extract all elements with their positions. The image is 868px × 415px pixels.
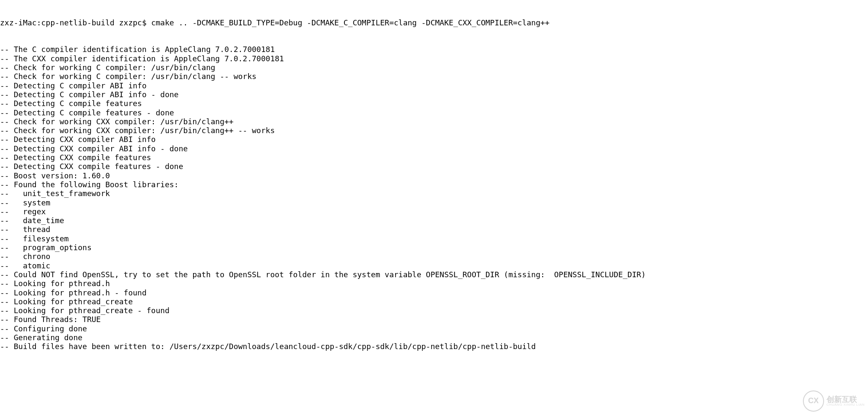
- terminal-line: -- Check for working CXX compiler: /usr/…: [0, 117, 868, 126]
- terminal-line: -- program_options: [0, 243, 868, 252]
- watermark-en: CHUANG XINHU LIAN: [827, 403, 865, 407]
- command-line: zxz-iMac:cpp-netlib-build zxzpc$ cmake .…: [0, 18, 868, 27]
- terminal-line: -- Detecting CXX compile features: [0, 153, 868, 162]
- terminal-line: -- Detecting CXX compiler ABI info - don…: [0, 144, 868, 153]
- terminal-line: -- regex: [0, 207, 868, 216]
- terminal-line: -- Found Threads: TRUE: [0, 315, 868, 324]
- terminal-line: -- Detecting C compile features - done: [0, 108, 868, 117]
- terminal-output: zxz-iMac:cpp-netlib-build zxzpc$ cmake .…: [0, 0, 868, 360]
- terminal-line: -- Looking for pthread_create - found: [0, 306, 868, 315]
- watermark: CX 创新互联 CHUANG XINHU LIAN: [803, 390, 865, 412]
- terminal-line: -- Looking for pthread_create: [0, 297, 868, 306]
- terminal-line: -- Build files have been written to: /Us…: [0, 342, 868, 351]
- terminal-line: -- Looking for pthread.h: [0, 279, 868, 288]
- terminal-line: -- Detecting CXX compile features - done: [0, 162, 868, 171]
- terminal-line: -- system: [0, 198, 868, 207]
- watermark-badge-icon: CX: [803, 390, 824, 412]
- terminal-line: -- The C compiler identification is Appl…: [0, 45, 868, 54]
- terminal-line: -- Boost version: 1.60.0: [0, 171, 868, 180]
- terminal-line: -- Could NOT find OpenSSL, try to set th…: [0, 270, 868, 279]
- terminal-line: -- Detecting CXX compiler ABI info: [0, 135, 868, 144]
- terminal-line: -- Looking for pthread.h - found: [0, 288, 868, 297]
- terminal-line: -- Detecting C compiler ABI info - done: [0, 90, 868, 99]
- terminal-line: -- Check for working CXX compiler: /usr/…: [0, 126, 868, 135]
- terminal-line: -- Found the following Boost libraries:: [0, 180, 868, 189]
- terminal-line: -- atomic: [0, 261, 868, 270]
- terminal-line: -- date_time: [0, 216, 868, 225]
- terminal-line: -- Check for working C compiler: /usr/bi…: [0, 72, 868, 81]
- terminal-line: -- chrono: [0, 252, 868, 261]
- terminal-line: -- Detecting C compiler ABI info: [0, 81, 868, 90]
- watermark-text: 创新互联 CHUANG XINHU LIAN: [827, 396, 865, 407]
- shell-prompt: zxz-iMac:cpp-netlib-build zxzpc$: [0, 18, 151, 27]
- terminal-line: -- Detecting C compile features: [0, 99, 868, 108]
- shell-command: cmake .. -DCMAKE_BUILD_TYPE=Debug -DCMAK…: [151, 18, 550, 27]
- terminal-line: -- thread: [0, 225, 868, 234]
- terminal-line: -- unit_test_framework: [0, 189, 868, 198]
- terminal-line: -- Check for working C compiler: /usr/bi…: [0, 63, 868, 72]
- terminal-line: -- The CXX compiler identification is Ap…: [0, 54, 868, 63]
- terminal-line: -- Configuring done: [0, 324, 868, 333]
- terminal-line: -- filesystem: [0, 234, 868, 243]
- terminal-line: -- Generating done: [0, 333, 868, 342]
- watermark-cn: 创新互联: [827, 396, 865, 403]
